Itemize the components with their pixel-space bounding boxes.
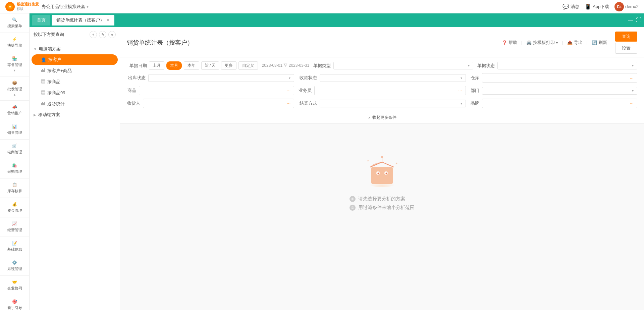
panel-header: 按以下方案查询 + ✎ « <box>30 27 120 41</box>
payment-filter: 收款状态 ▾ <box>298 73 466 83</box>
svg-point-19 <box>378 173 379 174</box>
sidebar-item-basic-info[interactable]: 📝 基础信息 <box>0 237 29 256</box>
maximize-btn[interactable]: ⛶ <box>636 17 641 23</box>
sidebar-item-quick-nav[interactable]: ⚡ 快捷导航 <box>0 33 29 52</box>
product-dots[interactable]: ··· <box>287 88 291 93</box>
payment-arrow: ▾ <box>461 76 462 80</box>
sidebar-item-retail-mgmt[interactable]: 🏪 零售管理 ▼ <box>0 52 29 76</box>
app-download-btn[interactable]: 📱 App下载 <box>585 3 609 10</box>
top-bar-left: 畅捷通好生意 标版 办公用品行业模拟账套 ▾ <box>5 2 89 11</box>
custom-date-btn[interactable]: 自定义 <box>238 61 258 70</box>
brand-dots[interactable]: ··· <box>630 101 634 106</box>
edit-scheme-btn[interactable]: ✎ <box>99 31 106 38</box>
tree-item-by-product[interactable]: 按商品 <box>32 76 118 87</box>
system-icon: ⚙️ <box>12 260 17 265</box>
svg-rect-7 <box>41 82 45 83</box>
tab-close-btn[interactable]: ✕ <box>106 18 110 22</box>
right-panel: 销货单统计表（按客户） ❓ 帮助 | 🖨️ 按模板打印 ▾ | <box>120 27 644 310</box>
export-btn[interactable]: 📤 导出 <box>567 40 583 46</box>
settings-button[interactable]: 设置 <box>615 43 637 54</box>
salesperson-filter: 业务员 ··· <box>298 86 466 95</box>
add-scheme-btn[interactable]: + <box>90 31 97 38</box>
ecommerce-icon: 🛒 <box>12 144 17 148</box>
collapse-panel-btn[interactable]: « <box>108 31 116 38</box>
dept-select[interactable]: ▾ <box>482 87 637 95</box>
settlement-select[interactable]: ▾ <box>320 100 466 107</box>
warehouse-dots[interactable]: ··· <box>630 75 634 81</box>
left-panel: 按以下方案查询 + ✎ « ▼ 电脑端方案 👤 <box>30 27 120 310</box>
doc-type-filter: 单据类型 ▾ <box>313 62 473 69</box>
tree-item-return-stats[interactable]: 退货统计 <box>32 99 118 109</box>
svg-point-20 <box>386 173 387 174</box>
phone-icon: 📱 <box>585 3 591 10</box>
sidebar-item-purchase[interactable]: 🛍️ 采购管理 <box>0 159 29 178</box>
tab-home[interactable]: 首页 <box>32 15 50 25</box>
empty-tips: ① 请先选择要分析的方案 ② 用过滤条件来缩小分析范围 <box>350 196 415 211</box>
refresh-btn[interactable]: 🔄 刷新 <box>592 40 607 46</box>
tab-sales-stat[interactable]: 销货单统计表（按客户） ✕ <box>52 15 114 25</box>
recipient-dots[interactable]: ··· <box>287 101 291 106</box>
svg-rect-9 <box>41 92 45 93</box>
sidebar-item-wholesale-mgmt[interactable]: 📦 批发管理 ▲ <box>0 76 29 101</box>
product-input[interactable]: ··· <box>139 86 294 95</box>
minimize-btn[interactable]: — <box>628 17 633 23</box>
sidebar-item-corp-collab[interactable]: 🤝 企业协同 <box>0 276 29 295</box>
sidebar-item-ops[interactable]: 📈 经营管理 <box>0 217 29 237</box>
this-month-btn[interactable]: 本月 <box>166 61 182 70</box>
svg-rect-13 <box>43 103 44 105</box>
collapse-btn[interactable]: ∧ 收起更多条件 <box>365 112 399 123</box>
basic-info-icon: 📝 <box>12 241 17 246</box>
more-date-btn[interactable]: 更多 <box>221 61 236 70</box>
print-btn[interactable]: 🖨️ 按模板打印 ▾ <box>526 40 558 46</box>
sidebar-item-ecommerce[interactable]: 🛒 电商管理 <box>0 140 29 159</box>
sidebar-item-system[interactable]: ⚙️ 系统管理 <box>0 256 29 276</box>
empty-state: ✦ ✦ ① 请先选择要分析的方案 ② 用过滤条件来缩小分析范围 <box>120 123 644 238</box>
doc-status-select[interactable]: ▾ <box>497 62 637 69</box>
message-btn[interactable]: 💬 消息 <box>562 3 579 10</box>
delivery-select[interactable]: ▾ <box>148 74 294 82</box>
settlement-arrow: ▾ <box>461 102 462 105</box>
search-menu-icon: 🔍 <box>12 17 17 22</box>
this-year-btn[interactable]: 本年 <box>184 61 199 70</box>
desktop-group-header[interactable]: ▼ 电脑端方案 <box>30 44 120 54</box>
sidebar-item-search-menu[interactable]: 🔍 搜索菜单 <box>0 13 29 33</box>
payment-select[interactable]: ▾ <box>320 74 466 82</box>
warehouse-input[interactable]: ··· <box>482 73 637 83</box>
tree-item-product-99[interactable]: 按商品99 <box>32 88 118 98</box>
message-icon: 💬 <box>562 3 569 10</box>
brand-input[interactable]: ··· <box>482 99 637 108</box>
tree-item-customer-product[interactable]: 按客户+商品 <box>32 65 118 76</box>
sidebar-item-marketing[interactable]: 📣 营销推广 <box>0 101 29 120</box>
recipient-input[interactable]: ··· <box>143 99 294 108</box>
sidebar-item-inventory[interactable]: 📋 库存核算 <box>0 178 29 198</box>
toolbar: ❓ 帮助 | 🖨️ 按模板打印 ▾ | 📤 导出 <box>502 32 637 54</box>
desktop-group: ▼ 电脑端方案 👤 按客户 按客户+商品 <box>30 44 120 109</box>
tree-item-by-customer[interactable]: 👤 按客户 <box>32 54 118 65</box>
finance-icon: 💰 <box>12 202 17 207</box>
mobile-group-header[interactable]: ▶ 移动端方案 <box>30 110 120 120</box>
user-menu[interactable]: Ea demo2 <box>614 2 639 11</box>
svg-rect-11 <box>41 103 42 105</box>
salesperson-input[interactable]: ··· <box>314 86 466 95</box>
prev-month-btn[interactable]: 上月 <box>149 61 164 70</box>
action-btns: 查询 设置 <box>615 32 637 54</box>
tab-bar: 首页 销货单统计表（按客户） ✕ — ⛶ <box>30 13 644 27</box>
salesperson-dots[interactable]: ··· <box>458 88 462 93</box>
recipient-filter: 收货人 ··· <box>127 99 294 108</box>
svg-text:✦: ✦ <box>367 159 369 163</box>
collab-icon: 🤝 <box>12 280 17 285</box>
doc-type-select[interactable]: ▾ <box>333 62 473 69</box>
last-7-btn[interactable]: 近7天 <box>201 61 219 70</box>
date-filter-buttons: 上月 本月 本年 近7天 更多 自定义 2023-03-01 至 2023-03… <box>149 61 309 70</box>
top-bar: 畅捷通好生意 标版 办公用品行业模拟账套 ▾ 💬 消息 📱 App下载 Ea d… <box>0 0 644 13</box>
sidebar-item-sales-mgmt[interactable]: 📊 销售管理 <box>0 120 29 140</box>
sidebar-item-new-guide[interactable]: 🎯 新手引导 <box>0 295 29 310</box>
query-button[interactable]: 查询 <box>615 32 637 42</box>
bar-chart-icon <box>41 101 45 107</box>
help-btn[interactable]: ❓ 帮助 <box>502 40 517 46</box>
date-filter: 单据日期 上月 本月 本年 近7天 更多 自定义 2023-03-01 至 20… <box>127 61 309 70</box>
sidebar-item-finance[interactable]: 💰 资金管理 <box>0 198 29 217</box>
svg-rect-12 <box>42 102 43 105</box>
help-icon: ❓ <box>502 40 507 45</box>
collapse-icon: ∧ <box>368 115 371 120</box>
